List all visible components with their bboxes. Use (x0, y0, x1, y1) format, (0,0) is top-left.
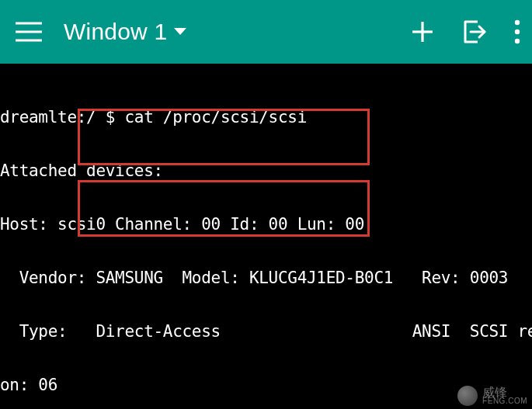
svg-point-6 (515, 29, 520, 34)
window-title: Window 1 (64, 19, 167, 45)
terminal-output[interactable]: dreamlte:/ $ cat /proc/scsi/scsi Attache… (0, 64, 532, 409)
terminal-line: Vendor: SAMSUNG Model: KLUCG4J1ED-B0C1 R… (0, 269, 532, 287)
watermark-domain: FENG.COM (482, 397, 527, 405)
terminal-line: on: 06 (0, 376, 532, 394)
menu-icon[interactable] (16, 22, 42, 42)
overflow-menu-icon[interactable] (513, 19, 521, 44)
terminal-line: dreamlte:/ $ cat /proc/scsi/scsi (0, 109, 532, 127)
terminal-line: Attached devices: (0, 162, 532, 180)
terminal-line: Host: scsi0 Channel: 00 Id: 00 Lun: 00 (0, 216, 532, 234)
app-bar: Window 1 (0, 0, 532, 64)
dropdown-arrow-icon (173, 27, 187, 36)
terminal-line: Type: Direct-Access ANSI SCSI revisi (0, 323, 532, 341)
watermark: 威锋 FENG.COM (457, 386, 527, 406)
svg-point-7 (515, 39, 520, 43)
svg-point-5 (515, 20, 520, 25)
window-title-dropdown[interactable]: Window 1 (64, 19, 411, 45)
appbar-actions (411, 19, 526, 45)
add-icon[interactable] (411, 20, 434, 43)
watermark-logo-icon (457, 386, 478, 406)
exit-icon[interactable] (461, 19, 487, 45)
